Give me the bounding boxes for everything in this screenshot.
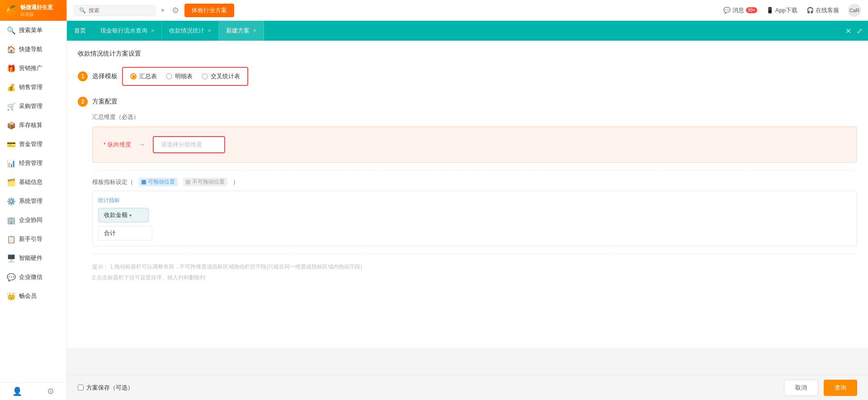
tabs-close-icon[interactable]: ✕ [845, 27, 851, 35]
online-service-label: 在线客服 [816, 6, 839, 14]
settings-icon[interactable]: ⚙ [172, 5, 179, 15]
save-checkbox-input[interactable] [78, 385, 84, 391]
radio-cross-circle [202, 73, 208, 80]
basic-icon: 🗂️ [7, 178, 15, 186]
sidebar-item-finance[interactable]: 💳 资金管理 [0, 135, 66, 154]
footer: 方案保存（可选） 取消 查询 [67, 375, 868, 400]
footer-buttons: 取消 查询 [784, 380, 857, 396]
cancel-button[interactable]: 取消 [784, 380, 818, 396]
section-template: 1 选择模板 汇总表 明细表 交叉统计表 [78, 67, 857, 86]
sidebar-item-nav[interactable]: 🏠 快捷导航 [0, 40, 66, 59]
divider2 [92, 254, 857, 254]
sidebar-settings-icon[interactable]: ⚙ [47, 386, 54, 396]
sidebar-item-purchase[interactable]: 🛒 采购管理 [0, 97, 66, 116]
user-avatar[interactable]: CaR [848, 4, 861, 17]
page-title: 收款情况统计方案设置 [78, 50, 857, 58]
indicator-tag-amount[interactable]: 收款金额 ▾ [98, 208, 149, 222]
config-body: 汇总维度（必选） * 纵向维度 → 请选择分组维度 模板指标设定（ 可拖动位置 [78, 113, 857, 283]
tab-collection-label: 收款情况统计 [169, 27, 204, 35]
sidebar-item-label: 库存核算 [19, 121, 42, 129]
tab-new-plan-close[interactable]: × [253, 28, 256, 34]
radio-detail-circle [166, 73, 172, 80]
section1-title: 选择模板 [92, 72, 118, 80]
header-right: 💬 消息 99+ 📱 App下载 🎧 在线客服 CaR [723, 4, 861, 17]
guide-icon: 📋 [7, 235, 15, 243]
sidebar-item-label: 畅会员 [19, 292, 37, 300]
sidebar-item-member[interactable]: 👑 畅会员 [0, 287, 66, 306]
sidebar-item-marketing[interactable]: 🎁 营销推广 [0, 59, 66, 78]
indicator-dropdown-icon[interactable]: ▾ [129, 213, 132, 218]
sidebar-item-hardware[interactable]: 🖥️ 智能硬件 [0, 249, 66, 268]
radio-summary[interactable]: 汇总表 [130, 72, 157, 80]
config-row: * 纵向维度 → 请选择分组维度 [92, 127, 857, 163]
sidebar-item-label: 企业微信 [19, 273, 42, 281]
message-item[interactable]: 💬 消息 99+ [723, 6, 757, 14]
radio-cross-label: 交叉统计表 [211, 72, 240, 80]
sidebar-item-enterprise[interactable]: 🏢 企业协同 [0, 211, 66, 230]
select-placeholder: 请选择分组维度 [161, 141, 202, 148]
search-icon: 🔍 [79, 7, 86, 14]
header-search-box[interactable]: 🔍 [74, 5, 156, 16]
sidebar-item-label: 经营管理 [19, 159, 42, 167]
sidebar-item-wechat[interactable]: 💬 企业微信 [0, 268, 66, 287]
sidebar-item-search[interactable]: 🔍 搜索菜单 [0, 21, 66, 40]
trial-button[interactable]: 体验行业方案 [184, 4, 234, 17]
message-badge: 99+ [746, 7, 757, 13]
query-button[interactable]: 查询 [824, 380, 857, 396]
indicators-close-text: ） [233, 178, 239, 186]
sales-icon: 💰 [7, 83, 15, 91]
sidebar-item-label: 企业协同 [19, 216, 42, 224]
indicator-column: 收款金额 ▾ 合计 [98, 208, 152, 240]
sidebar-item-label: 系统管理 [19, 197, 42, 205]
section1-num: 1 [78, 71, 88, 81]
content-area: 收款情况统计方案设置 1 选择模板 汇总表 明细表 [67, 41, 868, 375]
online-service-item[interactable]: 🎧 在线客服 [807, 6, 839, 14]
tips-title: 提示： [92, 264, 108, 270]
tab-new-plan-label: 新建方案 [226, 27, 250, 35]
logo-badge: 标准版 [20, 11, 53, 18]
tab-cashflow-close[interactable]: × [151, 28, 154, 34]
phone-icon: 📱 [766, 7, 774, 14]
sidebar-item-label: 销售管理 [19, 83, 42, 91]
logo-icon: 🍊 [5, 5, 17, 16]
sidebar-bottom: 👤 ⚙ [0, 382, 66, 400]
logo-text: 畅捷通好生意 [20, 4, 53, 11]
wechat-icon: 💬 [7, 273, 15, 281]
tab-collection[interactable]: 收款情况统计 × [162, 21, 219, 41]
search-input[interactable] [89, 7, 147, 14]
section2-title: 方案配置 [92, 98, 118, 106]
tab-cashflow[interactable]: 现金银行流水查询 × [93, 21, 162, 41]
sidebar-user-icon[interactable]: 👤 [12, 386, 22, 396]
sidebar-item-inventory[interactable]: 📦 库存核算 [0, 116, 66, 135]
radio-cross[interactable]: 交叉统计表 [202, 72, 240, 80]
finance-icon: 💳 [7, 140, 15, 148]
sidebar-item-system[interactable]: ⚙️ 系统管理 [0, 192, 66, 211]
header: 🔍 ▾ ⚙ 体验行业方案 💬 消息 99+ 📱 App下载 🎧 在线客服 CaR [67, 0, 868, 21]
sidebar-item-sales[interactable]: 💰 销售管理 [0, 78, 66, 97]
sidebar-logo: 🍊 畅捷通好生意 标准版 [0, 0, 66, 21]
indicators-label-row: 模板指标设定（ 可拖动位置 不可拖动位置 ） [92, 178, 857, 186]
app-download-item[interactable]: 📱 App下载 [766, 6, 797, 14]
sidebar-item-label: 资金管理 [19, 140, 42, 148]
sidebar-item-label: 采购管理 [19, 102, 42, 110]
radio-summary-label: 汇总表 [139, 72, 157, 80]
app-download-label: App下载 [775, 6, 797, 14]
sidebar-item-guide[interactable]: 📋 新手引导 [0, 230, 66, 249]
section-config: 2 方案配置 汇总维度（必选） * 纵向维度 → 请选择分组维度 [78, 97, 857, 283]
section2-num: 2 [78, 97, 88, 107]
sidebar-item-label: 营销推广 [19, 64, 42, 72]
main-content: 🔍 ▾ ⚙ 体验行业方案 💬 消息 99+ 📱 App下载 🎧 在线客服 CaR [67, 0, 868, 400]
sidebar-item-management[interactable]: 📊 经营管理 [0, 154, 66, 173]
save-checkbox[interactable]: 方案保存（可选） [78, 384, 133, 392]
tabs-bar: 首页 现金银行流水查询 × 收款情况统计 × 新建方案 × ✕ ⤢ [67, 21, 868, 41]
dimension-select[interactable]: 请选择分组维度 [153, 136, 225, 153]
radio-detail-label: 明细表 [175, 72, 193, 80]
sidebar-item-basic[interactable]: 🗂️ 基础信息 [0, 173, 66, 192]
tab-new-plan[interactable]: 新建方案 × [219, 21, 264, 41]
tab-home[interactable]: 首页 [67, 21, 93, 41]
dropdown-icon[interactable]: ▾ [161, 6, 165, 14]
radio-detail[interactable]: 明细表 [166, 72, 193, 80]
tab-collection-close[interactable]: × [208, 28, 211, 34]
arrow-icon: → [138, 141, 146, 149]
tabs-maximize-icon[interactable]: ⤢ [857, 27, 863, 35]
